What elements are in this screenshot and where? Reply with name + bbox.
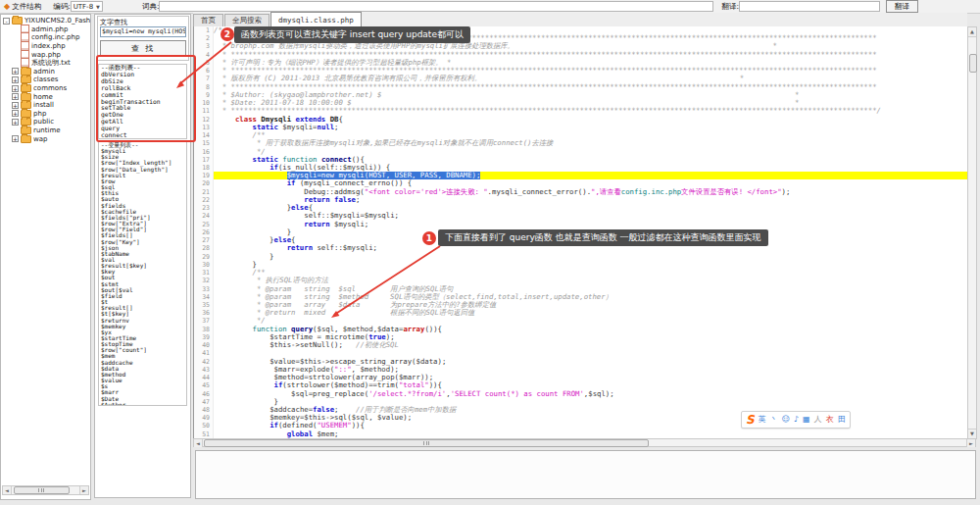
- line-number: 11: [194, 107, 214, 115]
- tab-dmysqli-class-php[interactable]: dmysqli.class.php: [270, 12, 362, 26]
- annotation-tooltip-1: 下面直接看到了 query函数 也就是查询函数 一般过滤都在这种查询函数里面实现: [438, 229, 768, 246]
- code-line: 48 $addcache=false; //用于判断是否向mem中加数据: [194, 406, 967, 414]
- sogou-logo-icon[interactable]: S: [746, 414, 755, 426]
- dict-label: 词典:: [142, 2, 160, 12]
- skin-icon[interactable]: 衣: [826, 415, 834, 425]
- code-line: 9 * $Author: (skygao@lampbrother.net) $ …: [194, 91, 967, 99]
- tree-indent: [12, 34, 19, 41]
- person-icon[interactable]: 人: [814, 415, 822, 425]
- tree-indent: [12, 127, 19, 134]
- tree-item-label: php: [33, 110, 46, 118]
- code-line: 6 * ************************************…: [194, 67, 967, 75]
- line-number: 15: [194, 139, 214, 147]
- code-line: 7 * 版权所有 (C) 2011-2013 北京易第优教育咨询有限公司，并保留…: [194, 75, 967, 82]
- tree-item-commons[interactable]: +commons: [3, 84, 90, 93]
- expander-icon[interactable]: +: [12, 119, 19, 126]
- tree-item-admin-php[interactable]: admin.php: [3, 25, 90, 34]
- annotation-tooltip-2: 函数列表页可以查找关键字 insert query update都可以: [234, 26, 470, 43]
- scrollbar-thumb[interactable]: [14, 486, 70, 494]
- encoding-label: 编码:: [53, 2, 71, 12]
- line-text: $startTime = microtime(true);: [214, 333, 967, 341]
- tree-item-wap[interactable]: +wap: [3, 134, 90, 143]
- tab-item[interactable]: 首页: [193, 14, 223, 26]
- scroll-down-arrow-icon[interactable]: ▼: [968, 429, 976, 438]
- code-line: 41: [194, 349, 967, 357]
- code-line: 42 $value=$this->escape_string_array($da…: [194, 358, 967, 366]
- code-line: 21 Debug::addmsg("<font color='red'>连接失败…: [194, 188, 967, 196]
- find-button[interactable]: 查 找: [100, 40, 186, 56]
- variable-list: --变量列表--$mysqli$size$row["Index_length"]…: [98, 141, 187, 406]
- file-structure-button[interactable]: ◆ 文件结构: [4, 2, 41, 12]
- ime-toolbar: S 英丶☺♪▦人衣田: [741, 411, 851, 429]
- line-number: 29: [194, 253, 214, 261]
- line-number: 49: [194, 414, 214, 422]
- find-input[interactable]: $mysqli=new mysqli(HOST, USER, PASS, DBN…: [100, 26, 186, 37]
- voice-icon[interactable]: ♪: [794, 415, 799, 425]
- tree-item-config-inc-php[interactable]: config.inc.php: [3, 33, 90, 42]
- line-text: * **************************************…: [214, 51, 967, 59]
- code-line: 25 return $mysqli;: [194, 221, 967, 228]
- tree-item-php[interactable]: +php: [3, 110, 90, 119]
- tree-indent: [12, 43, 19, 50]
- tree-item-classes[interactable]: +classes: [3, 76, 90, 84]
- code-reader-window: { "toolbar": { "file_structure_label": "…: [0, 0, 980, 505]
- encoding-select[interactable]: UTF-8 ▼: [71, 1, 103, 12]
- line-number: 43: [194, 366, 214, 374]
- code-vertical-scrollbar[interactable]: ▲ ▼: [967, 26, 977, 439]
- emoji-icon[interactable]: ☺: [782, 415, 790, 425]
- keyboard-icon[interactable]: ▦: [803, 415, 810, 425]
- translate-input[interactable]: [739, 1, 880, 12]
- english-mode-icon[interactable]: 英: [759, 415, 766, 425]
- tree-item-public[interactable]: +public: [3, 118, 90, 126]
- code-line: 4 * ************************************…: [194, 51, 967, 59]
- scroll-right-arrow-icon[interactable]: ►: [966, 439, 975, 447]
- expander-icon[interactable]: -: [3, 18, 10, 25]
- translate-button[interactable]: 翻译: [886, 0, 918, 13]
- tab-item[interactable]: 全局搜索: [224, 14, 270, 26]
- tree-horizontal-scrollbar[interactable]: ◄ ►: [2, 485, 89, 495]
- tree-item-home[interactable]: +home: [3, 92, 90, 101]
- code-line: 47 }: [194, 398, 967, 406]
- grid-icon[interactable]: 田: [838, 415, 846, 425]
- apostrophe-icon[interactable]: 丶: [770, 415, 778, 425]
- top-toolbar: ◆ 文件结构 编码: UTF-8 ▼ 词典: 翻译: 翻译: [0, 0, 980, 14]
- scroll-right-arrow-icon[interactable]: ►: [79, 486, 88, 494]
- line-number: 36: [194, 309, 214, 317]
- tree-item-runtime[interactable]: runtime: [3, 126, 90, 135]
- line-number: 14: [194, 131, 214, 139]
- expander-icon[interactable]: +: [12, 85, 19, 92]
- tree-item-install[interactable]: +install: [3, 101, 90, 110]
- line-text: return $mysqli;: [214, 221, 967, 228]
- tree-item-index-php[interactable]: index.php: [3, 42, 90, 51]
- tree-item-txt[interactable]: 系统说明.txt: [3, 59, 90, 68]
- scrollbar-thumb[interactable]: [204, 439, 649, 447]
- line-text: return false;: [214, 196, 967, 204]
- line-number: 1: [194, 26, 214, 34]
- code-line: 37 */: [194, 317, 967, 325]
- expander-icon[interactable]: +: [12, 135, 19, 142]
- tree-item-yixuncms2-0-fashion-sh[interactable]: -YIXUNCMS2.0_Fashion_Sh: [3, 17, 90, 25]
- expander-icon[interactable]: +: [12, 93, 19, 100]
- scroll-up-arrow-icon[interactable]: ▲: [968, 27, 976, 37]
- code-line: 22 return false;: [194, 196, 967, 204]
- line-number: 33: [194, 285, 214, 293]
- line-text: */: [214, 317, 967, 325]
- code-line: 13 static $mysqli=null;: [194, 124, 967, 131]
- code-line: 49 $memkey=$this->sql($sql, $value);: [194, 414, 967, 422]
- expander-icon[interactable]: +: [12, 110, 19, 117]
- code-horizontal-scrollbar[interactable]: ◄ ►: [193, 438, 976, 447]
- expander-icon[interactable]: +: [12, 76, 19, 83]
- expander-icon[interactable]: +: [12, 102, 19, 109]
- line-text: * 用于获取数据库连接mysqli对象,如果已经存在mysqli对象就不在调用c…: [214, 139, 967, 147]
- dict-input[interactable]: [159, 1, 713, 12]
- tree-item-admin[interactable]: +admin: [3, 68, 90, 76]
- function-item-connect[interactable]: connect: [99, 132, 186, 139]
- scrollbar-thumb[interactable]: [969, 54, 977, 73]
- expander-icon[interactable]: +: [12, 68, 19, 75]
- line-number: 34: [194, 293, 214, 301]
- variable-item-author[interactable]: $Author: [99, 402, 186, 406]
- line-number: 22: [194, 196, 214, 204]
- scroll-left-arrow-icon[interactable]: ◄: [194, 439, 203, 447]
- scroll-left-arrow-icon[interactable]: ◄: [3, 486, 12, 494]
- line-number: 17: [194, 156, 214, 164]
